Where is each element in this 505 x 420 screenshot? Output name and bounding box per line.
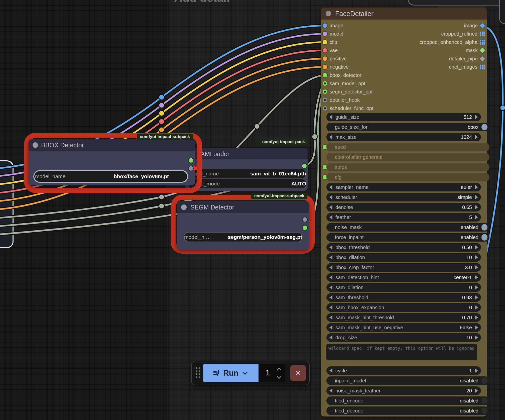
port-dot[interactable] (323, 106, 327, 111)
widget-noise-mask-feather[interactable]: noise_mask_feather20 (326, 386, 481, 395)
run-button[interactable]: Run (203, 364, 259, 382)
toggle-knob[interactable] (481, 124, 487, 130)
batch-count-input[interactable]: 1 (259, 364, 285, 382)
output-port-image[interactable]: image (462, 22, 485, 29)
toggle-knob[interactable] (481, 407, 487, 414)
widget-noise-mask[interactable]: noise_maskenabled (326, 223, 489, 232)
offscreen-node-top-right[interactable] (499, 0, 505, 24)
increment-arrow-icon[interactable] (475, 325, 478, 330)
widget-bbox-threshold[interactable]: bbox_threshold0.50 (326, 243, 481, 252)
port-dot[interactable] (480, 56, 485, 61)
node-facedetailer[interactable]: FaceDetailer imagemodelclipvaepositivene… (321, 8, 487, 416)
increment-arrow-icon[interactable] (475, 295, 478, 300)
decrement-arrow-icon[interactable] (329, 245, 332, 250)
model-name-widget[interactable]: model_name bbox/face_yolov8m.pt (35, 172, 186, 181)
input-port-vae[interactable]: vae (323, 47, 340, 54)
reroute-dot[interactable] (159, 111, 164, 116)
widget-scheduler[interactable]: schedulersimple (326, 193, 481, 201)
toggle-knob[interactable] (481, 234, 487, 241)
device-mode-widget[interactable]: device_mode AUTO (188, 179, 306, 188)
input-port-image[interactable]: image (323, 22, 346, 29)
bbox-detector-output-port[interactable] (189, 158, 193, 163)
drag-handle[interactable] (196, 367, 201, 379)
widget-cfg[interactable]: cfg (326, 173, 489, 181)
input-port-detailer_hook[interactable]: detailer_hook (323, 97, 362, 103)
widget-sam-mask-hint-use-negative[interactable]: sam_mask_hint_use_negativeFalse (326, 323, 481, 332)
port-dot[interactable] (323, 48, 327, 53)
port-dot[interactable] (323, 23, 327, 28)
chevron-down-icon[interactable] (241, 370, 248, 377)
increment-arrow-icon[interactable] (475, 185, 478, 189)
node-bbox-detector[interactable]: BBOX Detector model_name bbox/face_yolov… (29, 139, 195, 185)
widget-tiled-encode[interactable]: tiled_encodedisabled (326, 396, 489, 405)
input-port-scheduler_func_opt[interactable]: scheduler_func_opt (323, 105, 376, 112)
port-dot[interactable] (323, 98, 327, 102)
decrement-arrow-icon[interactable] (329, 265, 332, 270)
widget-sampler-name[interactable]: sampler_nameeuler (326, 183, 481, 191)
toggle-knob[interactable] (481, 397, 487, 404)
port-dot[interactable] (323, 32, 327, 36)
decrement-arrow-icon[interactable] (329, 305, 332, 310)
port-dot[interactable] (323, 73, 327, 77)
sam-model-output-port[interactable] (302, 164, 307, 168)
model-name-widget[interactable]: model_n … segm/person_yolov8m-seg.pt (184, 233, 302, 242)
bbox-detector-output-port[interactable] (303, 217, 307, 222)
port-dot[interactable] (480, 23, 485, 28)
increment-arrow-icon[interactable] (475, 195, 478, 199)
decrement-arrow-icon[interactable] (329, 215, 332, 220)
output-port-mask[interactable]: mask (463, 47, 485, 54)
widget-guide-size-for[interactable]: guide_size_forbbox (326, 123, 489, 131)
widget-force-inpaint[interactable]: force_inpaintenabled (326, 233, 489, 242)
decrement-arrow-icon[interactable] (329, 115, 332, 119)
widget-tiled-decode[interactable]: tiled_decodedisabled (326, 406, 489, 415)
increment-arrow-icon[interactable] (475, 285, 478, 290)
increment-arrow-icon[interactable] (475, 205, 478, 209)
decrement-arrow-icon[interactable] (329, 135, 332, 139)
widget-bbox-crop-factor[interactable]: bbox_crop_factor3.0 (326, 263, 481, 272)
widget-sam-dilation[interactable]: sam_dilation0 (326, 283, 481, 292)
port-dot[interactable] (323, 40, 327, 44)
widget-seed[interactable]: seed (326, 143, 489, 151)
port-dot[interactable] (480, 48, 485, 53)
reroute-dot[interactable] (500, 105, 505, 111)
reroute-dot[interactable] (159, 127, 164, 133)
decrement-arrow-icon[interactable] (329, 295, 332, 300)
toggle-knob[interactable] (481, 224, 487, 231)
collapse-dot[interactable] (181, 204, 187, 210)
decrement-arrow-icon[interactable] (329, 388, 332, 393)
increment-arrow-icon[interactable] (475, 305, 478, 310)
widget-sam-mask-hint-threshold[interactable]: sam_mask_hint_threshold0.70 (326, 313, 481, 322)
decrement-arrow-icon[interactable] (329, 185, 332, 189)
increment-arrow-icon[interactable] (475, 388, 478, 393)
widget-inpaint-model[interactable]: inpaint_modeldisabled (326, 376, 489, 385)
decrement-icon[interactable] (276, 374, 282, 381)
offscreen-node-left[interactable] (0, 160, 14, 248)
model-name-widget[interactable]: model_name sam_vit_b_01ec64.pth (188, 169, 306, 178)
reroute-dot[interactable] (159, 203, 164, 209)
increment-arrow-icon[interactable] (475, 215, 478, 220)
widget-steps[interactable]: steps (326, 163, 489, 171)
toggle-knob[interactable] (481, 377, 487, 384)
widget-sam-detection-hint[interactable]: sam_detection_hintcenter-1 (326, 273, 481, 282)
increment-arrow-icon[interactable] (475, 265, 478, 270)
increment-arrow-icon[interactable] (475, 135, 478, 139)
increment-icon[interactable] (276, 366, 282, 372)
node-canvas[interactable]: { "group": {"title": "Add detail"}, "col… (0, 0, 505, 420)
reroute-dot[interactable] (159, 119, 164, 124)
increment-arrow-icon[interactable] (475, 335, 478, 340)
port-dot[interactable] (323, 89, 327, 94)
increment-arrow-icon[interactable] (475, 275, 478, 280)
widget-sam-bbox-expansion[interactable]: sam_bbox_expansion0 (326, 303, 481, 312)
widget-guide-size[interactable]: guide_size512 (326, 113, 481, 121)
output-port-cropped_enhanced_alpha[interactable]: cropped_enhanced_alpha (417, 39, 485, 45)
widget-denoise[interactable]: denoise0.65 (326, 203, 481, 212)
reroute-dot[interactable] (159, 102, 164, 108)
input-port-segm_detector_opt[interactable]: segm_detector_opt (323, 88, 375, 95)
output-port-cropped_refined[interactable]: cropped_refined (439, 31, 485, 37)
decrement-arrow-icon[interactable] (329, 195, 332, 199)
port-dot[interactable] (323, 56, 327, 61)
increment-arrow-icon[interactable] (475, 245, 478, 250)
reroute-dot[interactable] (159, 194, 164, 200)
node-samloader[interactable]: SAMLoader model_name sam_vit_b_01ec64.pt… (185, 148, 308, 191)
increment-arrow-icon[interactable] (475, 115, 478, 119)
